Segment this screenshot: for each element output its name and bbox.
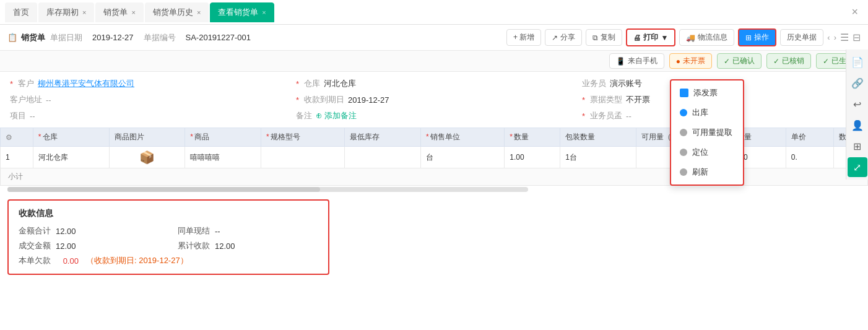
row-spec — [261, 147, 345, 168]
phone-icon: 📱 — [616, 57, 625, 66]
right-icon-grid[interactable]: ⊞ — [848, 136, 867, 156]
copy-icon: ⧉ — [592, 33, 598, 42]
refresh-icon — [680, 168, 687, 176]
payment-info-grid: 金额合计 12.00 同单现结 -- 成交金额 12.00 累计收款 12.00 — [19, 225, 318, 266]
row-min-stock — [345, 147, 421, 168]
col-product: *商品 — [185, 128, 261, 147]
horizontal-scrollbar[interactable] — [7, 187, 528, 192]
right-icon-expand[interactable]: ⤢ — [848, 157, 867, 177]
row-product: 嘻嘻嘻嘻 — [185, 147, 261, 168]
share-label: 分享 — [560, 32, 575, 43]
logistics-label: 物流信息 — [698, 32, 727, 43]
tab-sales[interactable]: 销货单 × — [95, 2, 143, 22]
available-qty-item[interactable]: 可用量提取 — [671, 123, 743, 142]
due-date-value: 2019-12-27 — [348, 95, 389, 105]
share-button[interactable]: ↗ 分享 — [545, 29, 582, 46]
due-date-required-mark: * — [296, 95, 299, 105]
locate-item[interactable]: 定位 — [671, 142, 743, 162]
global-close-button[interactable]: × — [846, 6, 863, 19]
print-button[interactable]: 🖨 打印 ▼ — [626, 28, 675, 46]
row-unit: 台 — [421, 147, 505, 168]
tab-sales-close[interactable]: × — [131, 9, 135, 16]
arrears-value: 0.00 — [63, 256, 79, 266]
tab-view-sales-close[interactable]: × — [262, 9, 266, 16]
tab-sales-label: 销货单 — [103, 7, 128, 18]
address-label: 客户地址 — [10, 94, 42, 105]
warehouse-value: 河北仓库 — [324, 78, 356, 89]
from-phone-button[interactable]: 📱 来自手机 — [609, 53, 664, 69]
scroll-thumb — [7, 187, 320, 192]
history-label: 历史单据 — [787, 32, 817, 43]
add-invoice-item[interactable]: 添发票 — [671, 83, 743, 103]
tab-inventory[interactable]: 库存期初 × — [38, 2, 94, 22]
outbound-item[interactable]: 出库 — [671, 103, 743, 123]
right-icon-link[interactable]: 🔗 — [848, 73, 867, 93]
col-unit: *销售单位 — [421, 128, 505, 147]
customer-value[interactable]: 柳州粤港平安气体有限公司 — [38, 78, 134, 89]
new-button[interactable]: + 新增 — [506, 29, 541, 46]
from-phone-label: 来自手机 — [628, 56, 658, 66]
print-dropdown-icon: ▼ — [661, 33, 668, 42]
nav-prev-icon[interactable]: ‹ — [827, 33, 830, 42]
print-icon: 🖨 — [633, 33, 641, 42]
tab-history-label: 销货单历史 — [153, 7, 193, 18]
nav-next-icon[interactable]: › — [834, 33, 836, 42]
doc-icon: 📋 — [7, 33, 17, 42]
tab-history-close[interactable]: × — [197, 9, 201, 16]
logistics-button[interactable]: 🚚 物流信息 — [679, 29, 734, 46]
operations-icon: ⊞ — [745, 33, 752, 42]
settings-icon[interactable]: ⚙ — [6, 133, 12, 142]
ticket-required-mark: * — [582, 95, 585, 105]
right-icon-undo[interactable]: ↩ — [848, 94, 867, 114]
voided-icon: ✓ — [773, 57, 779, 66]
address-field: 客户地址 -- — [10, 94, 286, 105]
col-pkg-qty: 包装数量 — [560, 128, 636, 147]
salesman-value: -- — [626, 111, 631, 121]
tab-history[interactable]: 销货单历史 × — [145, 2, 209, 22]
right-icon-doc[interactable]: 📄 — [848, 52, 867, 72]
right-icon-panel: 📄 🔗 ↩ 👤 ⊞ ⤢ — [846, 50, 868, 180]
col-price: 单价 — [786, 128, 833, 147]
history-button[interactable]: 历史单据 — [780, 29, 823, 46]
no-label: 单据编号 — [144, 32, 176, 43]
toolbar-actions: + 新增 ↗ 分享 ⧉ 复制 🖨 打印 ▼ 🚚 物流信息 — [506, 28, 861, 46]
due-date-label: 收款到期日 — [304, 94, 344, 105]
arrears-note: （收款到期日: 2019-12-27） — [86, 255, 188, 266]
toolbar-primary: 📋 销货单 单据日期 2019-12-27 单据编号 SA-20191227-0… — [0, 25, 868, 51]
customer-field: * 客户 柳州粤港平安气体有限公司 — [10, 78, 286, 89]
payment-info-box: 收款信息 金额合计 12.00 同单现结 -- 成交金额 12.00 累计收款 … — [7, 199, 329, 275]
refresh-label: 刷新 — [692, 167, 708, 178]
print-label: 打印 — [643, 32, 658, 43]
not-open-button[interactable]: ● 未开票 — [669, 53, 712, 69]
operations-button[interactable]: ⊞ 操作 — [738, 28, 776, 46]
payment-info-title: 收款信息 — [19, 208, 318, 219]
row-pkg-qty: 1台 — [560, 147, 636, 168]
tab-home[interactable]: 首页 — [5, 2, 37, 22]
note-label: 备注 — [296, 110, 312, 121]
view-list-icon[interactable]: ☰ — [840, 32, 849, 43]
address-value: -- — [46, 95, 51, 105]
col-min-stock: 最低库存 — [345, 128, 421, 147]
warehouse-field: * 仓库 河北仓库 — [296, 78, 572, 89]
cumulative-value: 12.00 — [215, 241, 235, 251]
settlement-value: -- — [215, 227, 220, 236]
refresh-item[interactable]: 刷新 — [671, 162, 743, 182]
note-field: 备注 ⊕ 添加备注 — [296, 110, 572, 121]
confirmed-button[interactable]: ✓ 已确认 — [717, 53, 762, 69]
copy-label: 复制 — [601, 32, 615, 43]
ticket-icon: ● — [676, 57, 680, 66]
view-grid-icon[interactable]: ⊟ — [853, 32, 861, 43]
outbound-label: 出库 — [692, 107, 708, 118]
tab-inventory-label: 库存期初 — [46, 7, 79, 18]
right-icon-user[interactable]: 👤 — [848, 115, 867, 135]
project-field: 项目 -- — [10, 110, 286, 121]
voided-button[interactable]: ✓ 已核销 — [766, 53, 811, 69]
date-label: 单据日期 — [50, 32, 82, 43]
effective-icon: ✓ — [823, 57, 829, 66]
doc-meta: 单据日期 2019-12-27 单据编号 SA-20191227-001 — [50, 32, 251, 43]
add-note-button[interactable]: ⊕ 添加备注 — [316, 110, 357, 121]
product-image: 📦 — [139, 150, 155, 164]
tab-inventory-close[interactable]: × — [82, 9, 86, 16]
tab-view-sales[interactable]: 查看销货单 × — [210, 2, 274, 22]
copy-button[interactable]: ⧉ 复制 — [586, 29, 622, 46]
